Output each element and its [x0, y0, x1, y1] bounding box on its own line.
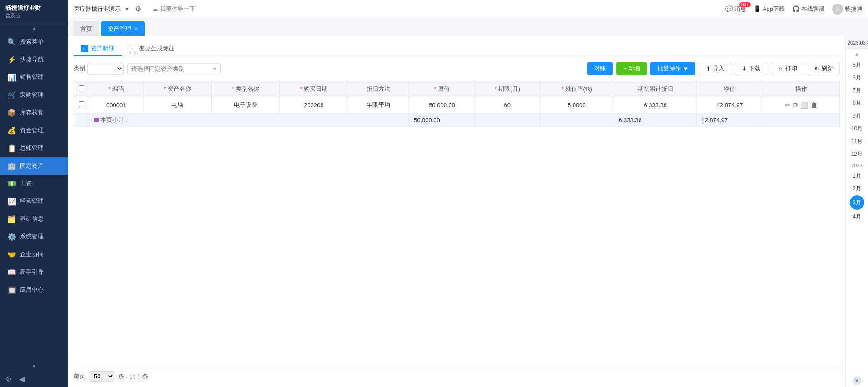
sidebar-item-quick-nav[interactable]: ⚡ 快捷导航 — [0, 51, 68, 69]
category-filter-select[interactable] — [87, 63, 124, 75]
refresh-button[interactable]: ↻ 刷新 — [808, 62, 840, 75]
sidebar-item-apps[interactable]: 🔲 应用中心 — [0, 281, 68, 299]
collapse-icon[interactable]: ◀ — [19, 375, 25, 383]
category-type-filter-input[interactable] — [127, 63, 221, 74]
sidebar-item-label: 新手引导 — [20, 268, 44, 276]
user-menu[interactable]: 人 畅捷通 — [832, 4, 863, 15]
app-download-button[interactable]: 📱 App下载 — [754, 5, 785, 13]
row-checkbox[interactable] — [79, 101, 84, 107]
sidebar-item-label: 总账管理 — [20, 144, 44, 152]
category-filter: 类别 — [74, 63, 124, 75]
sidebar-item-sys[interactable]: ⚙️ 系统管理 — [0, 228, 68, 246]
sidebar-item-label: 采购管理 — [20, 91, 44, 99]
sidebar-scroll-up[interactable]: ▲ — [0, 24, 68, 33]
sidebar-bottom: ⚙ ◀ — [0, 371, 68, 387]
sidebar-item-coop[interactable]: 🤝 企业协同 — [0, 246, 68, 263]
sidebar-item-fund[interactable]: 💰 资金管理 — [0, 122, 68, 139]
messages-button[interactable]: 💬 消息 99+ — [725, 5, 746, 13]
search-icon: 🔍 — [7, 38, 16, 46]
sidebar-item-guide[interactable]: 📖 新手引导 — [0, 263, 68, 281]
quick-nav-icon: ⚡ — [7, 55, 16, 64]
cal-month-1[interactable]: 1月 — [847, 170, 867, 182]
company-dropdown-arrow[interactable]: ▼ — [124, 6, 129, 12]
import-icon: ⬆ — [706, 65, 711, 72]
tab-asset-mgmt[interactable]: 资产管理 ✕ — [101, 21, 145, 36]
cal-month-12[interactable]: 12月 — [847, 148, 867, 160]
col-checkbox — [74, 81, 89, 97]
sys-icon: ⚙️ — [7, 233, 16, 241]
new-button[interactable]: + 新增 — [616, 62, 647, 75]
sidebar-item-inventory[interactable]: 📦 库存核算 — [0, 104, 68, 122]
col-original-value: 原值 — [409, 81, 475, 97]
more-icon[interactable]: ⬜ — [800, 101, 808, 109]
calendar-header: 2023.03 ✕ ⤢ — [846, 36, 868, 49]
tab-close-icon[interactable]: ✕ — [134, 26, 138, 32]
cal-month-4[interactable]: 4月 — [847, 211, 867, 223]
cal-month-8[interactable]: 8月 — [847, 97, 867, 109]
cal-month-2[interactable]: 2月 — [847, 183, 867, 194]
panel-close-icon[interactable]: ✕ — [866, 39, 868, 46]
settings-gear-icon[interactable]: ⚙ — [135, 5, 141, 13]
asset-detail-tab-icon: ≡ — [81, 45, 88, 52]
settings-icon[interactable]: ⚙ — [5, 375, 12, 383]
feedback-button[interactable]: ☁ 我要体验一下 — [152, 5, 195, 13]
edit-icon[interactable]: ✏ — [785, 101, 790, 109]
feedback-icon: ☁ — [152, 5, 158, 12]
online-service-icon: 🎧 — [792, 5, 799, 12]
sub-tab-change-voucher[interactable]: ≡ 变更生成凭证 — [122, 42, 182, 56]
sub-tab-asset-detail[interactable]: ≡ 资产明细 — [74, 42, 122, 56]
asset-table-wrapper: 编码 资产名称 类别名称 购买日期 折旧方法 原值 期限(月) 残值率(%) 期… — [74, 81, 840, 367]
col-purchase-date: 购买日期 — [280, 81, 348, 97]
calendar-bottom-down[interactable]: ▼ — [853, 376, 862, 385]
per-page-select[interactable]: 50 10 20 100 — [89, 371, 114, 382]
online-service-button[interactable]: 🎧 在线客服 — [792, 5, 825, 13]
sidebar-item-ledger[interactable]: 📋 总账管理 — [0, 139, 68, 157]
print-button[interactable]: 🖨 打印 — [771, 62, 804, 75]
cal-month-9[interactable]: 9月 — [847, 110, 867, 122]
coop-icon: 🤝 — [7, 250, 16, 259]
cal-month-3-active[interactable]: 3月 — [850, 195, 864, 210]
sidebar-item-ops[interactable]: 📈 经营管理 — [0, 193, 68, 210]
download-button[interactable]: ⬇ 下载 — [735, 62, 767, 75]
delete-icon[interactable]: 🗑 — [811, 101, 817, 109]
sidebar-item-label: 工资 — [20, 179, 32, 188]
copy-icon[interactable]: ⧉ — [793, 101, 798, 109]
sidebar-item-basic[interactable]: 🗂️ 基础信息 — [0, 210, 68, 228]
import-button[interactable]: ⬆ 导入 — [699, 62, 731, 75]
reconcile-button[interactable]: 对账 — [587, 62, 613, 75]
cell-category: 电子设备 — [211, 97, 279, 113]
cal-month-7[interactable]: 7月 — [847, 84, 867, 96]
batch-ops-button[interactable]: 批量操作 ▼ — [650, 62, 695, 75]
calendar-nav-up[interactable]: ▲ — [846, 49, 868, 59]
sidebar-item-fixed-assets[interactable]: 🏢 固定资产 — [0, 157, 68, 175]
sidebar-item-search[interactable]: 🔍 搜索菜单 — [0, 33, 68, 51]
sidebar-logo: 畅捷通好业财 普及版 — [0, 0, 68, 24]
cal-month-5[interactable]: 5月 — [847, 59, 867, 71]
change-voucher-tab-icon: ≡ — [129, 45, 136, 52]
sidebar-item-wages[interactable]: 💵 工资 — [0, 175, 68, 193]
sidebar-item-label: 销售管理 — [20, 73, 44, 81]
sidebar-item-label: 经营管理 — [20, 197, 44, 205]
table-row: 000001 电脑 电子设备 202206 年限平均 50,000.00 60 … — [74, 97, 840, 113]
per-page-label: 每页 — [74, 372, 85, 381]
avatar: 人 — [832, 4, 843, 15]
ops-icon: 📈 — [7, 197, 16, 206]
cal-month-10[interactable]: 10月 — [847, 123, 867, 134]
cal-month-11[interactable]: 11月 — [847, 135, 867, 147]
sidebar-item-purchase[interactable]: 🛒 采购管理 — [0, 86, 68, 104]
select-all-checkbox[interactable] — [79, 85, 84, 91]
sidebar-item-sales[interactable]: 📊 销售管理 — [0, 69, 68, 86]
download-icon: ⬇ — [742, 65, 747, 72]
category-type-filter-wrapper: ▼ — [127, 63, 221, 74]
cal-month-6[interactable]: 6月 — [847, 72, 867, 84]
subtotal-checkbox-cell — [74, 113, 89, 127]
panel-header-icons: ✕ ⤢ — [866, 39, 868, 46]
tab-home[interactable]: 首页 — [74, 21, 99, 36]
sidebar-scroll-down[interactable]: ▼ — [0, 362, 68, 371]
col-category: 类别名称 — [211, 81, 279, 97]
right-panel-calendar: 2023.03 ✕ ⤢ ▲ 5月 6月 7月 8月 9月 10月 11月 12月… — [845, 36, 868, 387]
tab-home-label: 首页 — [80, 25, 92, 33]
subtotal-period — [475, 113, 540, 127]
cell-actions: ✏ ⧉ ⬜ 🗑 — [763, 97, 839, 113]
sidebar-item-label: 固定资产 — [20, 162, 44, 170]
